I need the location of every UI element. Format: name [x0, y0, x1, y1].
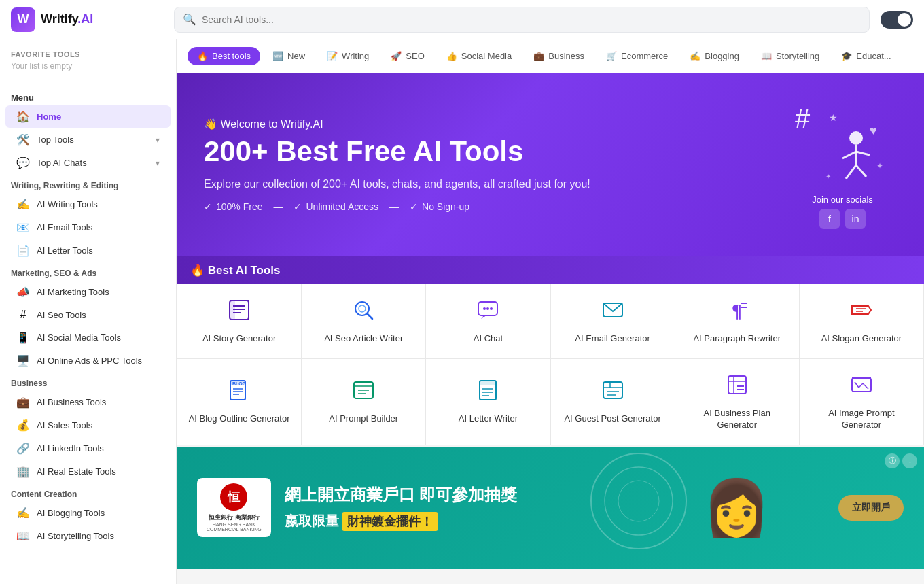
main-panel: 🔥 Best tools 🆕 New 📝 Writing 🚀 SEO 👍 Soc…: [177, 39, 924, 584]
tools-icon: 🛠️: [16, 133, 30, 146]
badge-free: ✓ 100% Free: [204, 201, 262, 212]
ads-icon: 🖥️: [16, 354, 30, 367]
tool-card-guest-post[interactable]: AI Guest Post Generator: [551, 359, 675, 445]
tool-card-image-prompt[interactable]: AI Image Prompt Generator: [800, 359, 924, 445]
tab-storytelling[interactable]: 📖 Storytelling: [751, 47, 829, 65]
tab-seo[interactable]: 🚀 SEO: [381, 47, 433, 65]
tab-ecommerce[interactable]: 🛒 Ecommerce: [597, 47, 677, 65]
ad-logo: 恒 恒生銀行 商業銀行 HANG SENG BANK COMMERCIAL BA…: [197, 478, 271, 537]
ai-blogging-label: AI Blogging Tools: [37, 508, 160, 518]
image-prompt-label: AI Image Prompt Generator: [808, 408, 915, 431]
tool-card-slogan[interactable]: AI Slogan Generator: [800, 284, 924, 359]
sidebar-item-ai-writing[interactable]: ✍️ AI Writing Tools: [5, 193, 171, 216]
ai-sales-label: AI Sales Tools: [37, 420, 160, 430]
tab-blogging[interactable]: ✍️ Blogging: [680, 47, 749, 65]
tool-card-paragraph[interactable]: ¶ AI Paragraph Rewriter: [675, 284, 800, 359]
hero-title: 200+ Best Free AI Tools: [204, 136, 788, 167]
tool-card-story[interactable]: AI Story Generator: [177, 284, 302, 359]
story-icon: [227, 298, 251, 328]
tool-card-prompt[interactable]: AI Prompt Builder: [302, 359, 426, 445]
sidebar-item-top-tools[interactable]: 🛠️ Top Tools ▾: [5, 128, 171, 151]
social-icons: f in: [788, 209, 897, 229]
svg-point-3: [849, 131, 863, 145]
best-ai-tools-section: 🔥 Best AI Tools AI Story Generator AI Se: [177, 256, 924, 445]
svg-point-62: [605, 467, 673, 535]
sidebar-item-ai-social[interactable]: 📱 AI Social Media Tools: [5, 326, 171, 349]
tab-business[interactable]: 💼 Business: [524, 47, 594, 65]
sidebar-item-ai-realestate[interactable]: 🏢 AI Real Estate Tools: [5, 460, 171, 483]
email-icon: 📧: [16, 221, 30, 234]
ad-cta-button[interactable]: 立即開戶: [838, 495, 904, 521]
hero-social: Join our socials f in: [788, 194, 897, 229]
paragraph-label: AI Paragraph Rewriter: [693, 333, 781, 345]
tab-education[interactable]: 🎓 Educat...: [832, 47, 900, 65]
blog-outline-label: AI Blog Outline Generator: [189, 413, 290, 425]
linkedin-icon[interactable]: in: [845, 209, 866, 229]
sidebar-item-home[interactable]: 🏠 Home: [5, 105, 171, 128]
favorites-empty: Your list is empty: [11, 61, 165, 71]
hero-illustration: # ★ ♥ ✦ ✦: [788, 101, 897, 189]
chevron-down-icon-2: ▾: [156, 158, 160, 168]
tool-card-email[interactable]: AI Email Generator: [551, 284, 675, 359]
sidebar-item-ai-ads[interactable]: 🖥️ AI Online Ads & PPC Tools: [5, 349, 171, 372]
tab-best-tools[interactable]: 🔥 Best tools: [188, 47, 260, 65]
svg-line-17: [367, 313, 372, 319]
svg-line-60: [863, 383, 868, 389]
ai-ads-label: AI Online Ads & PPC Tools: [37, 356, 160, 366]
ai-writing-label: AI Writing Tools: [37, 199, 160, 209]
ad-info-btn[interactable]: ⓘ: [885, 453, 900, 468]
tab-social-media[interactable]: 👍 Social Media: [437, 47, 521, 65]
home-label: Home: [37, 111, 160, 122]
ad-content: 恒 恒生銀行 商業銀行 HANG SENG BANK COMMERCIAL BA…: [177, 478, 924, 537]
logo[interactable]: W Writify.AI: [11, 7, 174, 32]
sidebar-item-ai-email[interactable]: 📧 AI Email Tools: [5, 216, 171, 239]
logo-icon: W: [11, 7, 35, 32]
tool-card-blog-outline[interactable]: BLOG AI Blog Outline Generator: [177, 359, 302, 445]
svg-text:★: ★: [829, 112, 838, 123]
toggle-switch[interactable]: [881, 11, 913, 29]
tab-writing[interactable]: 📝 Writing: [317, 47, 378, 65]
realestate-icon: 🏢: [16, 465, 30, 478]
search-bar[interactable]: 🔍: [174, 7, 870, 33]
tool-card-seo-writer[interactable]: AI Seo Article Writer: [302, 284, 426, 359]
letter-writer-icon: [476, 378, 500, 408]
sidebar: Favorite tools Your list is empty Menu 🏠…: [0, 39, 177, 584]
sidebar-item-ai-storytelling[interactable]: 📖 AI Storytelling Tools: [5, 525, 171, 547]
ad-logo-circle: 恒: [220, 483, 247, 511]
image-prompt-icon: [849, 373, 874, 402]
sidebar-item-ai-business[interactable]: 💼 AI Business Tools: [5, 391, 171, 413]
svg-text:✦: ✦: [876, 161, 883, 171]
svg-text:✦: ✦: [825, 173, 831, 180]
tool-card-letter-writer[interactable]: AI Letter Writer: [426, 359, 550, 445]
prompt-label: AI Prompt Builder: [329, 413, 398, 425]
ai-social-label: AI Social Media Tools: [37, 332, 160, 343]
sidebar-item-ai-blogging[interactable]: ✍️ AI Blogging Tools: [5, 502, 171, 524]
layout: Favorite tools Your list is empty Menu 🏠…: [0, 39, 924, 584]
ai-email-label: AI Email Tools: [37, 222, 160, 233]
chat-label: AI Chat: [474, 333, 503, 345]
section-title: 🔥 Best AI Tools: [190, 263, 910, 277]
linkedin-icon: 🔗: [16, 442, 30, 455]
search-input[interactable]: [202, 14, 861, 25]
business-group-title: Business: [11, 379, 165, 388]
svg-point-63: [618, 481, 659, 521]
tool-card-chat[interactable]: AI Chat: [426, 284, 550, 359]
sidebar-item-ai-sales[interactable]: 💰 AI Sales Tools: [5, 414, 171, 436]
sidebar-item-ai-linkedin[interactable]: 🔗 AI LinkedIn Tools: [5, 437, 171, 460]
svg-text:¶: ¶: [732, 300, 742, 321]
sidebar-item-ai-letter[interactable]: 📄 AI Letter Tools: [5, 239, 171, 262]
sidebar-item-top-ai-chats[interactable]: 💬 Top AI Chats ▾: [5, 152, 171, 174]
sidebar-item-ai-seo[interactable]: # AI Seo Tools: [5, 304, 171, 326]
tab-new[interactable]: 🆕 New: [263, 47, 315, 65]
svg-text:♥: ♥: [870, 124, 877, 137]
ad-menu-btn[interactable]: ⋮: [902, 453, 917, 468]
badge-unlimited: ✓ Unlimited Access: [294, 201, 378, 212]
sidebar-item-ai-marketing[interactable]: 📣 AI Marketing Tools: [5, 281, 171, 303]
marketing-group-title: Marketing, SEO & Ads: [11, 269, 165, 278]
slogan-label: AI Slogan Generator: [821, 333, 902, 345]
facebook-icon[interactable]: f: [819, 209, 840, 229]
hero-right: # ★ ♥ ✦ ✦: [788, 101, 897, 229]
menu-title: Menu: [11, 92, 165, 103]
tool-card-business-plan[interactable]: AI Business Plan Generator: [675, 359, 800, 445]
dark-mode-toggle[interactable]: [881, 11, 913, 29]
